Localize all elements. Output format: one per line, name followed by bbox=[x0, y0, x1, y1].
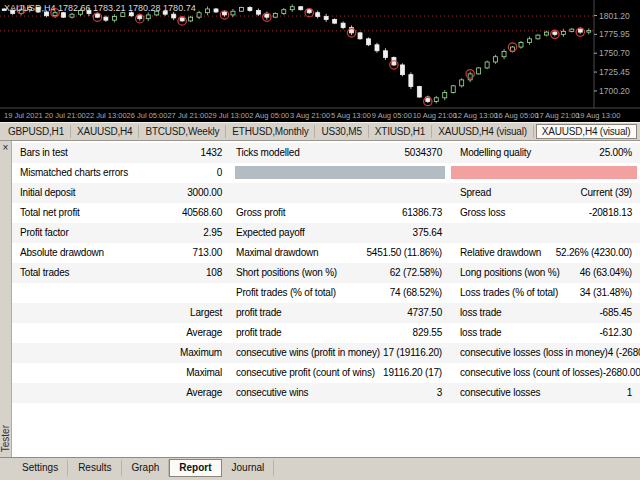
candle-body bbox=[299, 7, 303, 10]
report-value: -685.45 bbox=[599, 303, 640, 323]
report-value: 829.55 bbox=[413, 323, 448, 343]
candle-body bbox=[434, 98, 438, 102]
report-row: Averageprofit trade829.55loss trade-612.… bbox=[12, 323, 640, 343]
report-value bbox=[222, 283, 232, 303]
candle-body bbox=[544, 32, 548, 35]
report-label: consecutive wins (profit in money) bbox=[232, 343, 383, 363]
time-scale-label: 12 Aug 13:00 bbox=[454, 111, 498, 120]
time-scale-label: 10 Aug 21:00 bbox=[413, 111, 457, 120]
time-scale-label: 20 Jul 21:00 bbox=[45, 111, 86, 120]
chart-window-tabs: GBPUSD,H1XAUUSD,H4BTCUSD,WeeklyETHUSD,Mo… bbox=[0, 122, 640, 141]
report-label: consecutive loss (count of losses) bbox=[448, 363, 603, 383]
candle-body bbox=[324, 16, 328, 19]
candle-body bbox=[367, 39, 371, 45]
chart-tab-btcusd-weekly[interactable]: BTCUSD,Weekly bbox=[139, 125, 226, 138]
candle-body bbox=[248, 7, 252, 10]
report-label: Maximal drawdown bbox=[232, 243, 366, 263]
candle-body bbox=[172, 14, 176, 18]
report-value: 1432 bbox=[201, 143, 232, 163]
chart-tab-xauusd-h4-visual-[interactable]: XAUUSD,H4 (visual) bbox=[536, 124, 637, 139]
candle-body bbox=[197, 13, 201, 17]
report-label: profit trade bbox=[232, 323, 413, 343]
chart-tab-xauusd-h4[interactable]: XAUUSD,H4 bbox=[71, 125, 139, 138]
report-label: Relative drawdown bbox=[448, 243, 556, 263]
report-label: Bars in test bbox=[12, 143, 201, 163]
candle-body bbox=[400, 65, 404, 75]
report-label: Loss trades (% of total) bbox=[448, 283, 580, 303]
report-row: Total trades108Short positions (won %)62… bbox=[12, 263, 640, 283]
report-label: Absolute drawdown bbox=[12, 243, 193, 263]
tester-tab-results[interactable]: Results bbox=[68, 459, 121, 477]
report-label: consecutive wins bbox=[232, 383, 437, 403]
report-label bbox=[448, 223, 632, 243]
chart-tab-xtiusd-h1[interactable]: XTIUSD,H1 bbox=[369, 125, 432, 138]
candle-body bbox=[375, 45, 379, 51]
price-chart[interactable]: 1801.201775.951750.701725.451700.2019 Ju… bbox=[0, 0, 640, 122]
report-value: 34 (31.48%) bbox=[580, 283, 640, 303]
report-value: 4 (-2680.00) bbox=[608, 343, 640, 363]
report-label: loss trade bbox=[448, 323, 599, 343]
tester-tab-settings[interactable]: Settings bbox=[12, 459, 68, 477]
candle-body bbox=[451, 86, 455, 93]
report-value: -2680.00 (4) bbox=[603, 363, 640, 383]
time-scale-label: 22 Jul 13:00 bbox=[86, 111, 127, 120]
candle-body bbox=[477, 68, 481, 74]
tester-sidebar: × Tester bbox=[0, 141, 12, 457]
chart-tab-ethusd-monthly[interactable]: ETHUSD,Monthly bbox=[226, 125, 315, 138]
tester-tab-journal[interactable]: Journal bbox=[222, 459, 275, 477]
time-scale-label: 17 Aug 21:00 bbox=[535, 111, 579, 120]
chart-title: XAUUSD,H4 1782.66 1783.21 1780.28 1780.7… bbox=[4, 3, 196, 13]
report-value: -612.30 bbox=[599, 323, 640, 343]
candle-body bbox=[468, 74, 472, 80]
time-scale-label: 19 Aug 13:00 bbox=[576, 111, 620, 120]
report-value: 4737.50 bbox=[407, 303, 448, 323]
candle-body bbox=[104, 17, 108, 20]
report-label: Initial deposit bbox=[12, 183, 187, 203]
report-row: Profit trades (% of total)74 (68.52%)Los… bbox=[12, 283, 640, 303]
tester-tab-report[interactable]: Report bbox=[169, 459, 221, 477]
tester-tab-graph[interactable]: Graph bbox=[122, 459, 170, 477]
report-label bbox=[232, 183, 442, 203]
report-label: Total trades bbox=[12, 263, 206, 283]
candle-body bbox=[138, 16, 142, 19]
candle-body bbox=[536, 35, 540, 39]
price-chart-canvas[interactable]: 1801.201775.951750.701725.451700.2019 Ju… bbox=[0, 0, 640, 122]
report-label: Short positions (won %) bbox=[232, 263, 390, 283]
ticks-modelled-bar bbox=[235, 166, 445, 179]
report-label: consecutive profit (count of wins) bbox=[232, 363, 383, 383]
time-scale-label: 3 Aug 21:00 bbox=[290, 111, 330, 120]
report-label: loss trade bbox=[448, 303, 599, 323]
report-label bbox=[12, 363, 186, 383]
report-row: Initial deposit3000.00SpreadCurrent (39) bbox=[12, 183, 640, 203]
report-value: 62 (72.58%) bbox=[390, 263, 448, 283]
candle-body bbox=[214, 9, 218, 12]
report-row: Averageconsecutive wins3consecutive loss… bbox=[12, 383, 640, 403]
tester-panel: × Tester Bars in test1432Ticks modelled5… bbox=[0, 141, 640, 457]
candle-body bbox=[570, 29, 574, 31]
candle-body bbox=[273, 13, 277, 17]
report-label: Modelling quality bbox=[448, 143, 599, 163]
candle-body bbox=[383, 51, 387, 58]
candle-body bbox=[256, 10, 260, 14]
time-scale-label: 16 Aug 05:00 bbox=[494, 111, 538, 120]
report-value: 5034370 bbox=[404, 143, 448, 163]
candle-body bbox=[502, 52, 506, 57]
report-row: Largestprofit trade4737.50loss trade-685… bbox=[12, 303, 640, 323]
candle-body bbox=[460, 80, 464, 86]
report-row: Bars in test1432Ticks modelled5034370Mod… bbox=[12, 143, 640, 163]
candle-body bbox=[206, 9, 210, 13]
close-icon[interactable]: × bbox=[3, 143, 9, 153]
report-row: Total net profit40568.60Gross profit6138… bbox=[12, 203, 640, 223]
report-value: 108 bbox=[206, 263, 232, 283]
report-value: 713.00 bbox=[193, 243, 232, 263]
candle-body bbox=[222, 12, 226, 15]
report-value: 2.95 bbox=[203, 223, 232, 243]
chart-tab-gbpusd-h1[interactable]: GBPUSD,H1 bbox=[2, 125, 71, 138]
candle-body bbox=[358, 33, 362, 39]
report-value: 40568.60 bbox=[182, 203, 232, 223]
candle-body bbox=[62, 13, 66, 17]
chart-tab-xauusd-h4-visual-[interactable]: XAUUSD,H4 (visual) bbox=[432, 125, 534, 138]
report-value: 17 (19116.20) bbox=[383, 343, 448, 363]
chart-tab-us30-m5[interactable]: US30,M5 bbox=[315, 125, 368, 138]
time-scale-label: 26 Jul 05:00 bbox=[127, 111, 168, 120]
